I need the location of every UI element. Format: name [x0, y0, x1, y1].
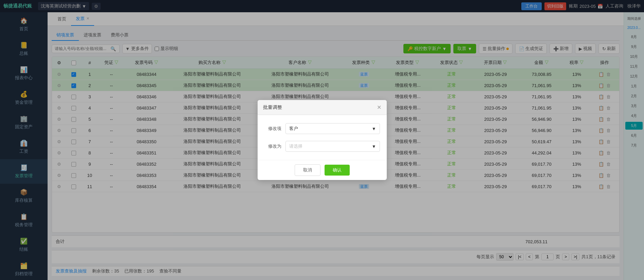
cancel-button[interactable]: 取消 — [295, 164, 320, 176]
modal-field-row: 修改项 客户 ▼ — [264, 123, 380, 134]
chevron-down-icon: ▼ — [372, 144, 376, 149]
batch-adjust-modal: 批量调整 ✕ 修改项 客户 ▼ 修改为 请选择 ▼ 取消 确认 — [258, 100, 387, 180]
modal-close-icon[interactable]: ✕ — [377, 104, 381, 111]
modal-field-label: 修改项 — [264, 126, 281, 132]
modal-change-placeholder: 请选择 — [289, 143, 302, 149]
modal-footer: 取消 确认 — [258, 160, 387, 180]
modal-change-select[interactable]: 请选择 ▼ — [285, 141, 380, 152]
modal-field-select[interactable]: 客户 ▼ — [285, 123, 380, 134]
modal-change-label: 修改为 — [264, 143, 281, 149]
modal-field-value: 客户 — [289, 126, 298, 132]
modal-overlay: 批量调整 ✕ 修改项 客户 ▼ 修改为 请选择 ▼ 取消 确认 — [0, 0, 644, 280]
chevron-down-icon: ▼ — [372, 126, 376, 131]
modal-header: 批量调整 ✕ — [258, 100, 387, 115]
modal-title: 批量调整 — [263, 104, 282, 111]
modal-body: 修改项 客户 ▼ 修改为 请选择 ▼ — [258, 115, 387, 160]
confirm-button[interactable]: 确认 — [325, 165, 350, 176]
modal-change-row: 修改为 请选择 ▼ — [264, 141, 380, 152]
